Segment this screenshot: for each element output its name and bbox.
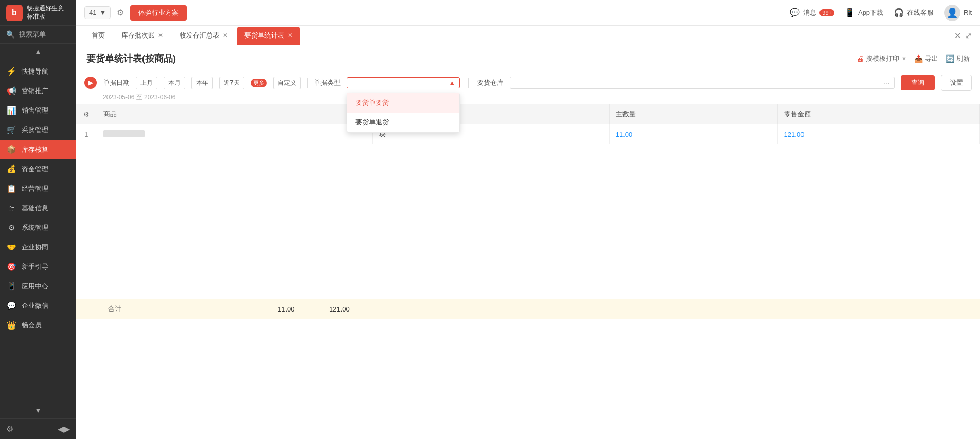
- search-label: 搜索菜单: [19, 30, 46, 39]
- tab-batch-close[interactable]: ✕: [158, 32, 163, 39]
- sidebar-item-sales[interactable]: 📊 销售管理: [0, 101, 76, 120]
- company-select-value: 41: [89, 9, 96, 16]
- dropdown-item-return[interactable]: 要货单退货: [347, 113, 459, 132]
- app-download-label: App下载: [858, 8, 883, 17]
- table-header-row: ⚙ 商品 主计量单位 主数量 零: [76, 104, 980, 124]
- type-filter-input[interactable]: ▲: [347, 77, 460, 88]
- topbar-left: 41 ▼ ⚙ 体验行业方案: [84, 5, 187, 21]
- member-icon: 👑: [6, 321, 16, 330]
- sidebar-scroll-down-area: ▼: [0, 403, 76, 418]
- basic-icon: 🗂: [6, 204, 16, 213]
- nav-label: 营销推广: [22, 86, 48, 96]
- warehouse-dots-icon[interactable]: ···: [884, 79, 890, 87]
- sidebar-item-guide[interactable]: 🎯 新手引导: [0, 257, 76, 277]
- sidebar-item-wechat[interactable]: 💬 企业微信: [0, 296, 76, 316]
- sidebar-search[interactable]: 🔍 搜索菜单: [0, 26, 76, 44]
- warehouse-input-field[interactable]: [514, 79, 884, 87]
- message-icon: 💬: [790, 8, 800, 17]
- sidebar-item-cooperation[interactable]: 🤝 企业协同: [0, 237, 76, 257]
- footer-label: 合计: [82, 304, 278, 314]
- type-dropdown: 要货单要货 要货单退货: [347, 93, 460, 133]
- tab-order-stats[interactable]: 要货单统计表 ✕: [237, 27, 300, 45]
- sidebar-item-appstore[interactable]: 📱 应用中心: [0, 277, 76, 296]
- expand-window-btn[interactable]: ⤢: [965, 31, 972, 41]
- tab-order-close[interactable]: ✕: [288, 32, 293, 39]
- footer-quantity: 11.00: [278, 305, 329, 313]
- query-btn[interactable]: 查询: [901, 75, 935, 90]
- inventory-icon: 📦: [6, 145, 16, 154]
- page-content: 要货单统计表(按商品) 🖨 按模板打印 ▼ 📤 导出 🔄 刷新: [76, 46, 980, 439]
- print-icon: 🖨: [857, 54, 864, 63]
- user-avatar: 👤: [944, 5, 960, 21]
- sidebar-item-system[interactable]: ⚙ 系统管理: [0, 218, 76, 237]
- refresh-action[interactable]: 🔄 刷新: [946, 54, 970, 63]
- sidebar-item-purchase[interactable]: 🛒 采购管理: [0, 120, 76, 140]
- sidebar-scroll-up-area: ▲: [0, 44, 76, 60]
- appstore-icon: 📱: [6, 282, 16, 291]
- sidebar-item-operations[interactable]: 📋 经营管理: [0, 179, 76, 198]
- user-profile[interactable]: 👤 Rit: [944, 5, 972, 21]
- type-filter-arrow[interactable]: ▲: [449, 79, 455, 86]
- sidebar-item-inventory[interactable]: 📦 库存核算: [0, 140, 76, 159]
- date-this-month-btn[interactable]: 本月: [164, 77, 185, 89]
- export-label: 导出: [925, 54, 938, 63]
- date-this-year-btn[interactable]: 本年: [191, 77, 213, 89]
- sidebar-header: b 畅捷通好生意 标准版: [0, 0, 76, 26]
- print-dropdown-icon: ▼: [901, 56, 907, 62]
- topbar-right: 💬 消息 99+ 📱 App下载 🎧 在线客服 👤 Rit: [790, 5, 972, 21]
- export-action[interactable]: 📤 导出: [914, 54, 938, 63]
- dropdown-item-order[interactable]: 要货单要货: [347, 93, 459, 113]
- nav-label: 资金管理: [22, 164, 48, 174]
- tab-order-label: 要货单统计表: [244, 31, 284, 40]
- settings-icon[interactable]: ⚙: [6, 424, 13, 434]
- filter-expand-btn[interactable]: ▶: [84, 77, 97, 89]
- tab-receive-close[interactable]: ✕: [223, 32, 228, 39]
- col-amount-header: 零售金额: [777, 104, 979, 124]
- print-label: 按模板打印: [866, 54, 899, 63]
- tab-home[interactable]: 首页: [84, 27, 112, 45]
- sidebar-item-basic[interactable]: 🗂 基础信息: [0, 198, 76, 218]
- nav-label: 快捷导航: [22, 67, 48, 76]
- sidebar-item-finance[interactable]: 💰 资金管理: [0, 159, 76, 179]
- table-footer: 合计 11.00 121.00: [76, 299, 980, 319]
- topbar-gear-icon[interactable]: ⚙: [117, 8, 124, 17]
- date-filter-label: 单据日期: [103, 78, 130, 87]
- col-quantity-header: 主数量: [609, 104, 777, 124]
- scroll-up-btn[interactable]: ▲: [35, 46, 42, 58]
- date-last-month-btn[interactable]: 上月: [136, 77, 157, 89]
- notification-badge: 99+: [819, 9, 834, 16]
- warehouse-filter-label: 要货仓库: [477, 78, 504, 87]
- notifications-action[interactable]: 💬 消息 99+: [790, 8, 834, 17]
- app-title: 畅捷通好生意 标准版: [27, 5, 64, 21]
- phone-icon: 📱: [845, 8, 855, 17]
- customer-service-action[interactable]: 🎧 在线客服: [894, 8, 934, 17]
- company-select[interactable]: 41 ▼: [84, 6, 111, 19]
- tab-batch[interactable]: 库存批次账 ✕: [114, 27, 170, 45]
- warehouse-filter-input[interactable]: ···: [510, 77, 895, 89]
- table-empty-space: [76, 144, 980, 299]
- app-download-action[interactable]: 📱 App下载: [845, 8, 883, 17]
- nav-label: 库存核算: [22, 145, 48, 154]
- tabs-right: ✕ ⤢: [954, 31, 972, 41]
- scroll-down-btn[interactable]: ▼: [35, 405, 42, 416]
- tab-receive-summary[interactable]: 收发存汇总表 ✕: [172, 27, 235, 45]
- collapse-icon[interactable]: ◀▶: [58, 424, 70, 434]
- col-settings-header[interactable]: ⚙: [76, 104, 97, 124]
- data-table: ⚙ 商品 主计量单位 主数量 零: [76, 104, 980, 144]
- filter-settings-btn[interactable]: 设置: [941, 75, 972, 91]
- finance-icon: 💰: [6, 164, 16, 174]
- industry-btn[interactable]: 体验行业方案: [130, 5, 187, 21]
- sidebar-item-member[interactable]: 👑 畅会员: [0, 316, 76, 335]
- product-placeholder: [103, 130, 145, 137]
- print-action[interactable]: 🖨 按模板打印 ▼: [857, 54, 907, 63]
- more-badge: 更多: [251, 79, 267, 87]
- nav-label: 新手引导: [22, 262, 48, 271]
- close-window-btn[interactable]: ✕: [954, 31, 961, 41]
- sidebar-item-marketing[interactable]: 📢 营销推广: [0, 81, 76, 101]
- date-7days-btn[interactable]: 近7天: [219, 77, 244, 89]
- main-area: 41 ▼ ⚙ 体验行业方案 💬 消息 99+ 📱 App下载 🎧 在线客服: [76, 0, 980, 439]
- sidebar-item-quick-nav[interactable]: ⚡ 快捷导航: [0, 62, 76, 81]
- date-custom-btn[interactable]: 自定义: [273, 77, 301, 89]
- page-title: 要货单统计表(按商品): [86, 52, 176, 65]
- sales-icon: 📊: [6, 106, 16, 115]
